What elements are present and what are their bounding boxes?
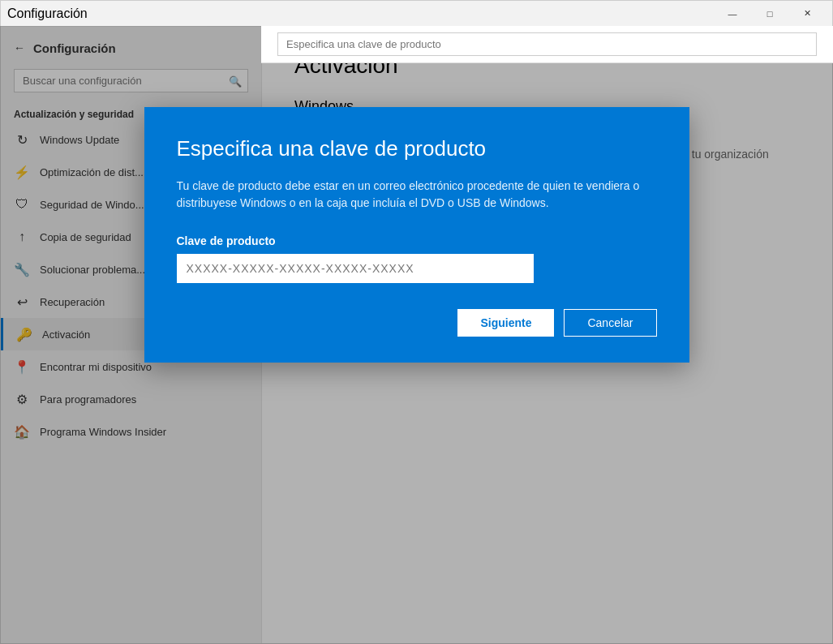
titlebar-title: Configuración	[7, 6, 88, 21]
dialog-overlay: Especifica una clave de producto Tu clav…	[0, 26, 833, 644]
dialog-title: Especifica una clave de producto	[177, 136, 657, 161]
dialog-field-label: Clave de producto	[177, 234, 657, 247]
titlebar-left: Configuración	[7, 6, 88, 21]
dialog-buttons: Siguiente Cancelar	[177, 309, 657, 337]
product-key-dialog: Especifica una clave de producto Tu clav…	[144, 107, 689, 363]
maximize-button[interactable]: □	[751, 1, 788, 27]
cancel-button[interactable]: Cancelar	[564, 309, 656, 337]
close-button[interactable]: ✕	[788, 1, 826, 27]
dialog-input-bar	[261, 26, 833, 63]
titlebar: Configuración — □ ✕	[1, 1, 832, 27]
product-key-input-bar[interactable]	[277, 32, 817, 56]
dialog-description: Tu clave de producto debe estar en un co…	[177, 178, 657, 212]
product-key-field[interactable]	[177, 254, 534, 283]
next-button[interactable]: Siguiente	[457, 309, 554, 337]
minimize-button[interactable]: —	[714, 1, 751, 27]
titlebar-controls: — □ ✕	[714, 1, 826, 27]
